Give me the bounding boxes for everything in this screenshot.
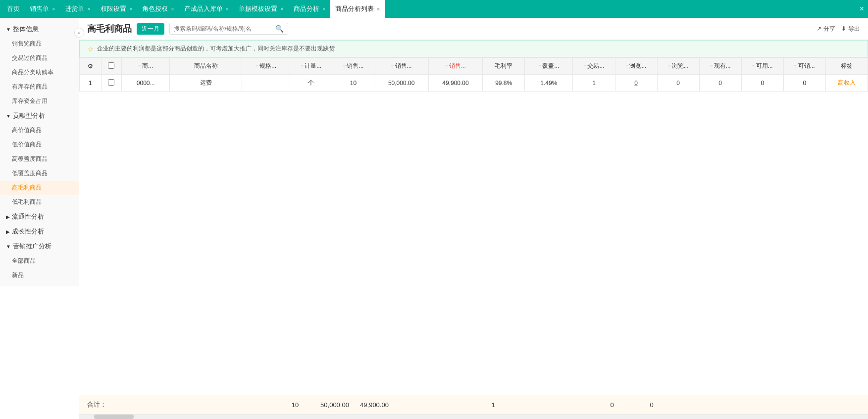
- nav-tab-home[interactable]: 首页: [2, 0, 25, 18]
- sidebar-item-sales-overview[interactable]: 销售览商品: [0, 37, 79, 51]
- sidebar-item-low-coverage[interactable]: 低覆盖度商品: [0, 166, 79, 181]
- col-unit-icon: ≡: [301, 63, 304, 69]
- sidebar-item-low-value[interactable]: 低价值商品: [0, 138, 79, 152]
- nav-tab-purchase[interactable]: 进货单 ×: [60, 0, 95, 18]
- col-available: ≡可用...: [741, 58, 783, 75]
- sidebar-group-marketing-label: 营销推广分析: [13, 242, 51, 251]
- col-checkbox[interactable]: [101, 58, 121, 75]
- info-banner-text: 企业的主要的利润都是这部分商品创造的，可考虑加大推广，同时关注库存是不要出现缺货: [97, 45, 335, 53]
- col-spec-icon: ≡: [255, 63, 258, 69]
- info-icon: ☆: [88, 45, 94, 53]
- col-available-icon: ≡: [752, 63, 755, 69]
- cell-spec: [242, 75, 290, 92]
- col-coverage-icon: ≡: [538, 63, 541, 69]
- col-unit: ≡计量...: [290, 58, 332, 75]
- nav-tab-home-label: 首页: [7, 4, 20, 13]
- close-product-in-tab[interactable]: ×: [226, 6, 229, 12]
- col-saleable-icon: ≡: [794, 63, 797, 69]
- settings-icon: ⚙: [88, 63, 93, 70]
- row-checkbox[interactable]: [108, 79, 114, 86]
- sidebar-collapse-button[interactable]: «: [74, 28, 84, 38]
- cell-checkbox[interactable]: [101, 75, 121, 92]
- col-sales3: ≡销售...: [428, 58, 482, 75]
- content-header: 高毛利商品 近一月 🔍 ↗ 分享 ⬇ 导出: [79, 18, 868, 40]
- col-current-icon: ≡: [710, 63, 713, 69]
- footer-available: 0: [632, 401, 671, 409]
- export-button[interactable]: ⬇ 导出: [841, 25, 860, 33]
- col-settings[interactable]: ⚙: [80, 58, 102, 75]
- share-button[interactable]: ↗ 分享: [817, 25, 835, 33]
- cell-code: 0000...: [122, 75, 170, 92]
- sidebar-item-traded[interactable]: 交易过的商品: [0, 51, 79, 65]
- sidebar-item-low-margin[interactable]: 低毛利商品: [0, 195, 79, 209]
- nav-tab-permission[interactable]: 权限设置 ×: [96, 0, 137, 18]
- sidebar-group-overall[interactable]: ▼ 整体信息: [0, 22, 79, 37]
- close-analysis-tab[interactable]: ×: [322, 6, 325, 12]
- footer-sales2: 50,000.00: [315, 401, 355, 409]
- nav-tab-analysis[interactable]: 商品分析 ×: [289, 0, 330, 18]
- sidebar-item-new-products[interactable]: 新品: [0, 268, 79, 282]
- sidebar-item-high-value[interactable]: 高价值商品: [0, 123, 79, 138]
- sidebar-group-liquidity[interactable]: ▶ 流通性分析: [0, 209, 79, 224]
- footer-cells: 10 50,000.00 49,900.00 1 0 0: [112, 401, 860, 409]
- nav-tab-template-label: 单据模板设置: [239, 4, 277, 13]
- sidebar-group-growth-label: 成长性分析: [12, 227, 44, 236]
- cell-available: 0: [741, 75, 783, 92]
- arrow-marketing: ▼: [6, 244, 11, 249]
- search-input[interactable]: [174, 25, 275, 32]
- footer-sales3: 49,900.00: [355, 401, 394, 409]
- export-icon: ⬇: [841, 25, 846, 32]
- close-sales-tab[interactable]: ×: [52, 6, 55, 12]
- col-browse1: ≡浏览...: [615, 58, 657, 75]
- cell-current: 0: [699, 75, 741, 92]
- sidebar-group-contribution-label: 贡献型分析: [13, 111, 45, 120]
- arrow-contribution: ▼: [6, 113, 11, 119]
- nav-tab-sales-label: 销售单: [30, 4, 49, 13]
- table-container: ⚙ ≡商... 商品名称 ≡规格... ≡计量... ≡销售... ≡销售...…: [79, 57, 868, 395]
- col-sales2: ≡销售...: [374, 58, 428, 75]
- bottom-scrollbar[interactable]: [79, 414, 868, 419]
- nav-tab-sales[interactable]: 销售单 ×: [25, 0, 60, 18]
- scrollbar-thumb[interactable]: [94, 415, 134, 419]
- sidebar: ▼ 整体信息 销售览商品 交易过的商品 商品分类助购率 有库存的商品 库存资金占…: [0, 18, 79, 286]
- nav-tab-analysis-list[interactable]: 商品分析列表 ×: [330, 0, 385, 18]
- sidebar-group-contribution[interactable]: ▼ 贡献型分析: [0, 108, 79, 123]
- cell-gross-rate: 99.8%: [483, 75, 525, 92]
- sidebar-group-marketing[interactable]: ▼ 营销推广分析: [0, 239, 79, 254]
- content-area: 高毛利商品 近一月 🔍 ↗ 分享 ⬇ 导出 ☆ 企业的主要的利润都是这部分商品创…: [79, 18, 868, 419]
- close-template-tab[interactable]: ×: [280, 6, 283, 12]
- col-coverage: ≡覆盖...: [525, 58, 573, 75]
- nav-tab-product-in[interactable]: 产成品入库单 ×: [179, 0, 234, 18]
- col-saleable: ≡可销...: [783, 58, 825, 75]
- cell-browse1[interactable]: 0: [615, 75, 657, 92]
- cell-sales2: 50,000.00: [374, 75, 428, 92]
- col-sales1-icon: ≡: [343, 63, 346, 69]
- cell-unit: 个: [290, 75, 332, 92]
- nav-tab-role[interactable]: 角色授权 ×: [137, 0, 179, 18]
- sidebar-item-in-stock[interactable]: 有库存的商品: [0, 80, 79, 94]
- footer-label: 合计：: [87, 400, 112, 409]
- select-all-checkbox[interactable]: [108, 62, 114, 69]
- cell-name: 运费: [170, 75, 242, 92]
- sidebar-item-stock-funds[interactable]: 库存资金占用: [0, 94, 79, 108]
- sidebar-item-all-products[interactable]: 全部商品: [0, 254, 79, 268]
- sidebar-group-growth[interactable]: ▶ 成长性分析: [0, 224, 79, 239]
- sidebar-item-category-rate[interactable]: 商品分类助购率: [0, 65, 79, 80]
- col-code: ≡商...: [122, 58, 170, 75]
- col-tag: 标签: [825, 58, 868, 75]
- nav-tab-role-label: 角色授权: [142, 4, 168, 13]
- arrow-growth: ▶: [6, 229, 10, 234]
- close-permission-tab[interactable]: ×: [129, 6, 132, 12]
- close-analysis-list-tab[interactable]: ×: [377, 6, 380, 12]
- sidebar-item-high-coverage[interactable]: 高覆盖度商品: [0, 152, 79, 166]
- close-all-button[interactable]: ×: [860, 4, 864, 13]
- nav-tab-template[interactable]: 单据模板设置 ×: [234, 0, 288, 18]
- time-filter-button[interactable]: 近一月: [137, 23, 164, 35]
- close-purchase-tab[interactable]: ×: [87, 6, 90, 12]
- footer-transaction: 1: [473, 401, 513, 409]
- close-role-tab[interactable]: ×: [171, 6, 174, 12]
- cell-coverage: 1.49%: [525, 75, 573, 92]
- sidebar-item-high-margin[interactable]: 高毛利商品: [0, 181, 79, 195]
- cell-transaction: 1: [573, 75, 615, 92]
- nav-tab-purchase-label: 进货单: [65, 4, 84, 13]
